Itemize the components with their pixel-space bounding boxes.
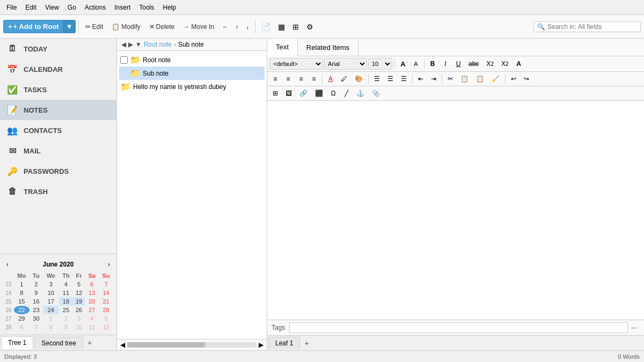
edit-button[interactable]: ✏ Edit (82, 21, 107, 33)
cal-day-cell[interactable]: 6 (14, 323, 30, 331)
indent-decrease-button[interactable]: ⇤ (415, 73, 427, 84)
sidebar-item-trash[interactable]: 🗑 TRASH (0, 181, 116, 202)
breadcrumb-dropdown-icon[interactable]: ▼ (135, 41, 142, 48)
nav-back-button[interactable]: ← (219, 21, 231, 32)
menu-file[interactable]: File (2, 3, 21, 12)
table-button[interactable]: ⊞ (269, 88, 281, 99)
tree-item-root-checkbox[interactable] (120, 56, 128, 64)
scroll-track[interactable] (127, 342, 257, 348)
font-style-select[interactable]: <default> (269, 58, 323, 70)
clear-format-button[interactable]: 🧹 (488, 73, 503, 84)
sidebar-item-today[interactable]: 🗓 TODAY (0, 39, 116, 59)
undo-button[interactable]: ↩ (508, 73, 519, 84)
leaf-tab-1[interactable]: Leaf 1 (268, 337, 300, 349)
cal-day-cell[interactable]: 27 (85, 306, 99, 314)
cut-button[interactable]: ✂ (444, 73, 456, 84)
paste-button[interactable]: 📋 (473, 73, 487, 84)
align-right-button[interactable]: ≡ (295, 73, 307, 84)
cal-day-cell[interactable]: 6 (85, 280, 99, 289)
view-list-button[interactable]: ▦ (275, 20, 288, 33)
menu-insert[interactable]: Insert (110, 3, 135, 12)
highlight-button[interactable]: 🖊 (338, 73, 350, 84)
cal-day-cell[interactable]: 8 (14, 289, 30, 297)
subscript-button[interactable]: X2 (483, 58, 497, 69)
sidebar-item-mail[interactable]: ✉ MAIL (0, 141, 116, 161)
link-button[interactable]: 🔗 (296, 88, 311, 99)
modify-button[interactable]: 📋 Modify (108, 21, 144, 33)
frame-button[interactable]: ⬛ (312, 88, 326, 99)
cal-day-cell[interactable]: 2 (30, 280, 43, 289)
tags-more-button[interactable]: ··· (628, 322, 640, 333)
cal-next-button[interactable]: › (106, 260, 112, 269)
move-in-button[interactable]: → Move In (179, 21, 218, 33)
cal-day-cell[interactable]: 5 (99, 314, 113, 323)
cal-day-cell[interactable]: 21 (99, 297, 113, 306)
sidebar-item-passwords[interactable]: 🔑 PASSWORDS (0, 161, 116, 181)
delete-button[interactable]: ✕ Delete (145, 21, 179, 33)
export-button[interactable]: 📄 (258, 20, 274, 33)
menu-edit[interactable]: Edit (21, 3, 41, 12)
bold-button[interactable]: B (427, 58, 438, 69)
cal-day-cell[interactable]: 4 (59, 280, 73, 289)
cal-day-cell[interactable]: 19 (73, 297, 85, 306)
align-center-button[interactable]: ≡ (282, 73, 294, 84)
tags-input[interactable] (289, 322, 628, 333)
cal-day-cell[interactable]: 16 (30, 297, 43, 306)
sidebar-item-notes[interactable]: 📝 NOTES (0, 100, 116, 120)
superscript-button[interactable]: X2 (498, 58, 512, 69)
menu-tools[interactable]: Tools (135, 3, 158, 12)
cal-day-cell[interactable]: 4 (85, 314, 99, 323)
cal-day-cell[interactable]: 24 (43, 306, 59, 314)
attachment-button[interactable]: 📎 (369, 88, 383, 99)
cal-day-cell[interactable]: 9 (59, 323, 73, 331)
add-to-root-button[interactable]: + + Add to Root ▼ (3, 20, 76, 33)
align-left-button[interactable]: ≡ (269, 73, 281, 84)
tree-item-root[interactable]: 📁 Root note (119, 53, 265, 67)
menu-actions[interactable]: Actions (80, 3, 110, 12)
cal-day-cell[interactable]: 2 (59, 314, 73, 323)
cal-day-cell[interactable]: 1 (43, 314, 59, 323)
cal-day-cell[interactable]: 7 (30, 323, 43, 331)
tab-related-items[interactable]: Related Items (298, 39, 358, 56)
dropdown-arrow-icon[interactable]: ▼ (63, 20, 75, 33)
cal-day-cell[interactable]: 29 (14, 314, 30, 323)
bg-color-button[interactable]: 🎨 (352, 73, 366, 84)
cal-day-cell[interactable]: 22 (14, 306, 30, 314)
tab-text[interactable]: Text (267, 39, 298, 56)
cal-day-cell[interactable]: 5 (73, 280, 85, 289)
line-button[interactable]: ╱ (340, 88, 352, 99)
breadcrumb-back-icon[interactable]: ◀ (121, 41, 126, 48)
cal-day-cell[interactable]: 17 (43, 297, 59, 306)
cal-day-cell[interactable]: 26 (73, 306, 85, 314)
extra-button[interactable]: ⚙ (303, 20, 317, 33)
cal-day-cell[interactable]: 12 (73, 289, 85, 297)
tree-tab-1[interactable]: Tree 1 (1, 336, 33, 349)
tree-item-sub[interactable]: 📁 Sub note (119, 67, 265, 80)
editor-area[interactable] (267, 101, 644, 320)
cal-day-cell[interactable]: 14 (99, 289, 113, 297)
breadcrumb-root-note[interactable]: Root note (144, 41, 172, 48)
italic-button[interactable]: I (440, 58, 451, 69)
nav-down-button[interactable]: ↓ (243, 21, 252, 32)
scroll-right-button[interactable]: ▶ (257, 341, 266, 349)
menu-help[interactable]: Help (158, 3, 180, 12)
anchor-button[interactable]: ⚓ (353, 88, 368, 99)
font-size-up-button[interactable]: A (397, 58, 409, 70)
leaf-tab-add-button[interactable]: + (301, 338, 312, 349)
cal-prev-button[interactable]: ‹ (4, 260, 11, 269)
indent-increase-button[interactable]: ⇥ (428, 73, 440, 84)
font-color-button[interactable]: A (325, 73, 336, 84)
symbol-button[interactable]: Ω (327, 88, 339, 99)
bullet-list-button[interactable]: ☰ (371, 73, 383, 84)
cal-day-cell[interactable]: 7 (99, 280, 113, 289)
cal-day-cell[interactable]: 25 (59, 306, 73, 314)
cal-day-cell[interactable]: 12 (99, 323, 113, 331)
cal-day-cell[interactable]: 30 (30, 314, 43, 323)
menu-view[interactable]: View (41, 3, 63, 12)
cal-day-cell[interactable]: 15 (14, 297, 30, 306)
cal-day-cell[interactable]: 9 (30, 289, 43, 297)
view-grid-button[interactable]: ⊞ (289, 20, 302, 33)
menu-go[interactable]: Go (63, 3, 80, 12)
sidebar-item-contacts[interactable]: 👥 CONTACTS (0, 120, 116, 141)
tree-tab-add-button[interactable]: + (84, 337, 95, 348)
